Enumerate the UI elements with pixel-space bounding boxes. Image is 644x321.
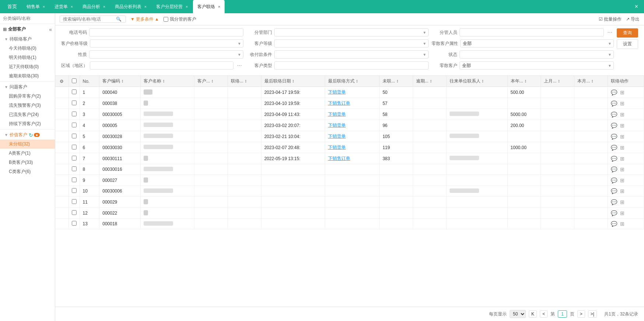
more-actions-icon-7[interactable]: ⊞: [620, 166, 624, 172]
last-method-link-0[interactable]: 下销货单: [328, 89, 346, 95]
sidebar-item-tomorrow[interactable]: 明天待联络(1): [0, 53, 55, 62]
prev-page-btn[interactable]: <: [540, 310, 548, 318]
last-method-link-5[interactable]: 下销货单: [328, 145, 346, 150]
close-purchase-icon[interactable]: ×: [71, 4, 73, 9]
phone-input[interactable]: [89, 28, 243, 36]
sidebar-item-group-a[interactable]: A类客户(1): [0, 149, 55, 158]
more-actions-icon-2[interactable]: ⊞: [620, 112, 624, 117]
reset-button[interactable]: 设置: [617, 39, 638, 49]
col-last-method-header[interactable]: 最后联络方式 ↕: [325, 76, 379, 87]
all-customers-section[interactable]: ⊞ 全部客户 «: [0, 24, 55, 35]
close-analysis-list-icon[interactable]: ×: [144, 4, 147, 9]
col-no-contact-header[interactable]: 未联... ↕: [379, 76, 413, 87]
last-method-link-2[interactable]: 下销货单: [328, 112, 346, 117]
row-checkbox-7[interactable]: [72, 166, 77, 171]
contact-icon-1[interactable]: 💬: [611, 100, 617, 106]
row-last-method-6[interactable]: 下销售订单: [325, 153, 379, 164]
close-analysis-icon[interactable]: ×: [103, 4, 105, 9]
window-close-button[interactable]: ×: [632, 3, 641, 10]
more-actions-icon-5[interactable]: ⊞: [620, 145, 624, 151]
contact-icon-2[interactable]: 💬: [611, 112, 617, 117]
nav-tab-customer-contact[interactable]: 客户联络 ×: [193, 0, 225, 13]
refresh-icon[interactable]: ↻: [29, 132, 33, 138]
col-contact-header[interactable]: 联络... ↕: [228, 76, 261, 87]
more-actions-icon-12[interactable]: ⊞: [620, 221, 624, 227]
row-check-1[interactable]: [68, 98, 80, 109]
customer-type-input[interactable]: [274, 61, 429, 70]
sidebar-item-lost[interactable]: 已流失客户(24): [0, 110, 55, 119]
contact-icon-3[interactable]: 💬: [611, 123, 617, 128]
row-checkbox-4[interactable]: [72, 134, 77, 138]
close-segment-icon[interactable]: ×: [186, 4, 188, 9]
more-actions-icon-1[interactable]: ⊞: [620, 100, 624, 106]
row-check-6[interactable]: [68, 153, 80, 164]
nav-tab-analysis[interactable]: 商品分析 ×: [78, 0, 110, 13]
more-conditions-btn[interactable]: ▼ 更多条件 ▲: [130, 16, 159, 22]
region-dots-icon[interactable]: ···: [236, 62, 243, 69]
row-last-method-4[interactable]: 下销货单: [325, 131, 379, 142]
sidebar-group-value[interactable]: ▼ 价值客户 ↻ ●: [0, 130, 55, 140]
row-check-3[interactable]: [68, 120, 80, 131]
row-checkbox-10[interactable]: [72, 199, 77, 204]
dept-select[interactable]: [274, 28, 429, 36]
scatter-attr-select[interactable]: 全部: [460, 39, 614, 47]
more-actions-icon-3[interactable]: ⊞: [620, 123, 624, 128]
more-actions-icon-11[interactable]: ⊞: [620, 210, 624, 216]
row-last-method-0[interactable]: 下销货单: [325, 87, 379, 98]
col-settings[interactable]: ⚙: [55, 76, 68, 87]
my-customers-checkbox[interactable]: [163, 17, 168, 22]
sidebar-group-pending[interactable]: ▼ 待联络客户: [0, 35, 55, 44]
row-checkbox-0[interactable]: [72, 89, 77, 94]
row-check-11[interactable]: [68, 208, 80, 219]
sidebar-item-today[interactable]: 今天待联络(0): [0, 44, 55, 53]
contact-icon-5[interactable]: 💬: [611, 145, 617, 151]
more-actions-icon-6[interactable]: ⊞: [620, 156, 624, 162]
sidebar-item-group-c[interactable]: C类客户(6): [0, 167, 55, 176]
row-last-method-1[interactable]: 下销售订单: [325, 98, 379, 109]
last-page-btn[interactable]: >|: [588, 310, 597, 318]
row-last-method-2[interactable]: 下销货单: [325, 109, 379, 120]
row-check-0[interactable]: [68, 87, 80, 98]
row-checkbox-5[interactable]: [72, 145, 77, 149]
scatter-customer-select[interactable]: 全部: [460, 61, 614, 70]
sidebar-item-abnormal[interactable]: 固购异常客户(2): [0, 92, 55, 101]
row-check-9[interactable]: [68, 186, 80, 197]
row-checkbox-2[interactable]: [72, 112, 77, 116]
col-code-header[interactable]: 客户编码 ↕: [99, 76, 141, 87]
row-check-7[interactable]: [68, 164, 80, 175]
person-dots-icon[interactable]: ···: [606, 29, 614, 36]
row-check-8[interactable]: [68, 175, 80, 186]
select-all-checkbox[interactable]: [72, 78, 77, 83]
sidebar-group-problem[interactable]: ▼ 问题客户: [0, 82, 55, 92]
row-checkbox-12[interactable]: [72, 221, 77, 226]
row-checkbox-6[interactable]: [72, 156, 77, 160]
sidebar-item-no-group[interactable]: 未分组(32): [0, 140, 55, 149]
export-btn[interactable]: ↗ 导出: [626, 16, 640, 22]
contact-icon-7[interactable]: 💬: [611, 166, 617, 172]
batch-ops-btn[interactable]: ☑ 批量操作: [599, 16, 622, 22]
nav-tab-home[interactable]: 首页: [3, 0, 21, 13]
col-overdue-header[interactable]: 逾期... ↕: [413, 76, 446, 87]
sidebar-item-near7[interactable]: 近7天待联络(0): [0, 62, 55, 71]
nav-tab-analysis-list[interactable]: 商品分析列表 ×: [110, 0, 151, 13]
last-method-link-4[interactable]: 下销货单: [328, 134, 346, 139]
contact-icon-8[interactable]: 💬: [611, 177, 617, 183]
sidebar-item-group-b[interactable]: B类客户(33): [0, 158, 55, 167]
col-last-month-header[interactable]: 上月... ↕: [541, 76, 574, 87]
sidebar-search-input[interactable]: [3, 16, 55, 21]
row-checkbox-11[interactable]: [72, 210, 77, 215]
row-checkbox-9[interactable]: [72, 188, 77, 193]
row-last-method-3[interactable]: 下销货单: [325, 120, 379, 131]
first-page-btn[interactable]: K: [529, 310, 537, 318]
row-check-4[interactable]: [68, 131, 80, 142]
sidebar-item-overdue[interactable]: 逾期未联络(30): [0, 71, 55, 81]
more-actions-icon-10[interactable]: ⊞: [620, 199, 624, 205]
payment-select[interactable]: [274, 50, 429, 59]
row-checkbox-3[interactable]: [72, 123, 77, 127]
customer-level-select[interactable]: [274, 39, 429, 47]
more-actions-icon-4[interactable]: ⊞: [620, 134, 624, 140]
nature-select[interactable]: [89, 50, 243, 59]
contact-icon-0[interactable]: 💬: [611, 89, 617, 95]
row-check-2[interactable]: [68, 109, 80, 120]
last-method-link-3[interactable]: 下销货单: [328, 123, 346, 128]
